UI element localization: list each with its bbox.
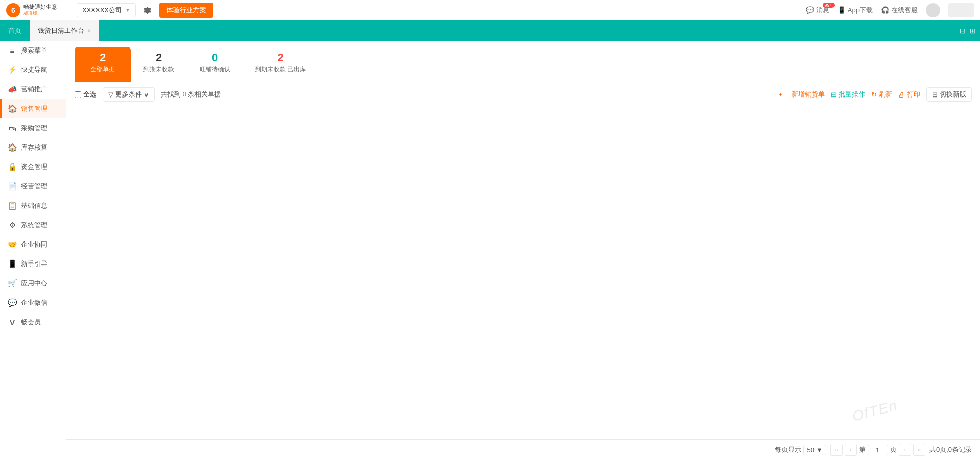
company-name: XXXXXX公司 — [82, 6, 122, 15]
toolbar-right: ＋ + 新增销货单 ⊞ 批量操作 ↻ 刷新 🖨 打印 ⊟ 切换新版 — [777, 87, 972, 102]
sidebar-item-basic-info[interactable]: 📋 基础信息 — [0, 196, 66, 215]
per-page-label: 每页显示 — [775, 445, 801, 454]
basic-info-icon: 📋 — [8, 201, 17, 210]
tab-expand-icon[interactable]: ⊞ — [970, 27, 976, 35]
sidebar-item-system[interactable]: ⚙ 系统管理 — [0, 215, 66, 235]
total-records: 共0页,0条记录 — [929, 445, 972, 454]
select-all-label: 全选 — [83, 90, 96, 99]
stat-label-pending: 旺铺待确认 — [200, 65, 230, 74]
tab-current[interactable]: 钱货日清工作台 × — [30, 20, 99, 41]
settings-button[interactable] — [140, 3, 155, 18]
result-count-number: 0 — [183, 90, 186, 98]
experience-button[interactable]: 体验行业方案 — [159, 3, 213, 18]
stat-count-overdue-shipped: 2 — [278, 51, 284, 64]
batch-label: 批量操作 — [839, 90, 865, 99]
stat-label-overdue: 到期未收款 — [143, 65, 174, 74]
logo-text: 畅捷通好生意 标准版 — [23, 3, 57, 17]
messages-icon: 💬 — [806, 6, 814, 14]
stat-tab-overdue-shipped[interactable]: 2 到期未收款 已出库 — [243, 47, 318, 82]
headset-icon: 🎧 — [881, 6, 889, 14]
operations-icon: 📄 — [8, 182, 17, 191]
sidebar-item-inventory[interactable]: 🏠 库存核算 — [0, 138, 66, 157]
first-page-button[interactable]: « — [830, 444, 843, 456]
tab-current-label: 钱货日清工作台 — [38, 26, 84, 35]
sidebar-item-purchase[interactable]: 🛍 采购管理 — [0, 118, 66, 138]
tab-bar: 首页 钱货日清工作台 × ⊟ ⊞ — [0, 20, 980, 41]
sidebar-item-member[interactable]: V 畅会员 — [0, 312, 66, 332]
app-download-icon: 📱 — [838, 6, 846, 14]
add-sales-order-button[interactable]: ＋ + 新增销货单 — [777, 90, 825, 99]
page-prefix: 第 — [859, 445, 866, 454]
system-icon: ⚙ — [8, 221, 17, 230]
stat-label-all: 全部单据 — [90, 65, 115, 74]
messages-button[interactable]: 💬 消息 99+ — [806, 6, 829, 15]
switch-version-button[interactable]: ⊟ 切换新版 — [926, 87, 972, 102]
sidebar-item-finance[interactable]: 🔒 资金管理 — [0, 157, 66, 177]
sidebar-label-enterprise: 企业协同 — [21, 240, 47, 249]
tab-minimize-icon[interactable]: ⊟ — [960, 27, 966, 35]
select-all-input[interactable] — [75, 91, 81, 98]
filter-button[interactable]: ▽ 更多条件 ∨ — [103, 87, 155, 102]
stat-tab-overdue[interactable]: 2 到期未收款 — [131, 47, 187, 82]
sidebar-item-app-center[interactable]: 🛒 应用中心 — [0, 274, 66, 293]
stat-tab-all[interactable]: 2 全部单据 — [75, 47, 131, 82]
member-icon: V — [8, 318, 17, 327]
avatar[interactable] — [926, 3, 940, 17]
filter-label: 更多条件 — [115, 90, 142, 99]
sidebar-label-guide: 新手引导 — [21, 259, 47, 269]
sidebar-item-marketing[interactable]: 📣 营销推广 — [0, 80, 66, 99]
sidebar-item-sales[interactable]: 🏠 销售管理 — [0, 99, 66, 118]
quick-nav-icon: ⚡ — [8, 65, 17, 75]
sidebar-label-finance: 资金管理 — [21, 162, 47, 172]
sidebar-item-search[interactable]: ≡ 搜索菜单 — [0, 41, 66, 60]
page-navigation: « ‹ 第 页 › » — [830, 444, 925, 456]
app-download-button[interactable]: 📱 App下载 — [838, 6, 873, 15]
sidebar-label-quick-nav: 快捷导航 — [21, 65, 47, 75]
toolbar: 全选 ▽ 更多条件 ∨ 共找到 0 条相关单据 ＋ + 新增销货单 ⊞ 批量操作 — [66, 82, 980, 107]
app-center-icon: 🛒 — [8, 279, 17, 288]
pagination: 每页显示 50 ▼ « ‹ 第 页 › » 共0页,0条记录 — [66, 439, 980, 460]
sidebar-item-enterprise[interactable]: 🤝 企业协同 — [0, 235, 66, 254]
finance-icon: 🔒 — [8, 162, 17, 172]
purchase-icon: 🛍 — [8, 124, 17, 133]
refresh-icon: ↻ — [871, 91, 877, 99]
tab-close-button[interactable]: × — [87, 27, 91, 34]
marketing-icon: 📣 — [8, 85, 17, 94]
page-size-arrow: ▼ — [816, 446, 823, 454]
sidebar-label-system: 系统管理 — [21, 221, 47, 230]
select-all-checkbox[interactable]: 全选 — [75, 90, 96, 99]
logo-icon: 6 — [6, 3, 20, 17]
table-area — [66, 107, 980, 439]
last-page-button[interactable]: » — [913, 444, 925, 456]
sidebar-label-marketing: 营销推广 — [21, 85, 47, 94]
sidebar-item-operations[interactable]: 📄 经营管理 — [0, 177, 66, 196]
sidebar-item-quick-nav[interactable]: ⚡ 快捷导航 — [0, 60, 66, 80]
messages-badge: 99+ — [823, 3, 835, 8]
guide-icon: 📱 — [8, 259, 17, 269]
prev-page-button[interactable]: ‹ — [845, 444, 857, 456]
refresh-button[interactable]: ↻ 刷新 — [871, 90, 892, 99]
online-service-button[interactable]: 🎧 在线客服 — [881, 6, 918, 15]
tab-bar-actions: ⊟ ⊞ — [960, 20, 980, 41]
print-button[interactable]: 🖨 打印 — [898, 90, 920, 99]
wechat-icon: 💬 — [8, 298, 17, 307]
stat-tab-pending[interactable]: 0 旺铺待确认 — [187, 47, 243, 82]
stat-count-overdue: 2 — [156, 51, 162, 64]
company-selector[interactable]: XXXXXX公司 ▼ — [77, 3, 136, 17]
stat-label-overdue-shipped: 到期未收款 已出库 — [255, 65, 306, 74]
batch-operations-button[interactable]: ⊞ 批量操作 — [831, 90, 865, 99]
sidebar-label-basic-info: 基础信息 — [21, 201, 47, 210]
next-page-button[interactable]: › — [899, 444, 911, 456]
tab-home[interactable]: 首页 — [0, 20, 30, 41]
page-number-input[interactable] — [868, 445, 888, 455]
sidebar-item-guide[interactable]: 📱 新手引导 — [0, 254, 66, 274]
page-size-dropdown[interactable]: 50 ▼ — [803, 445, 826, 455]
add-label: + 新增销货单 — [786, 90, 825, 99]
sidebar-item-wechat[interactable]: 💬 企业微信 — [0, 293, 66, 312]
refresh-label: 刷新 — [879, 90, 892, 99]
logo-area: 6 畅捷通好生意 标准版 — [6, 3, 72, 17]
search-menu-icon: ≡ — [8, 46, 17, 55]
user-name-area[interactable] — [948, 3, 974, 17]
main-layout: ≡ 搜索菜单 ⚡ 快捷导航 📣 营销推广 🏠 销售管理 🛍 采购管理 🏠 库存核… — [0, 41, 980, 460]
switch-label: 切换新版 — [940, 90, 966, 99]
